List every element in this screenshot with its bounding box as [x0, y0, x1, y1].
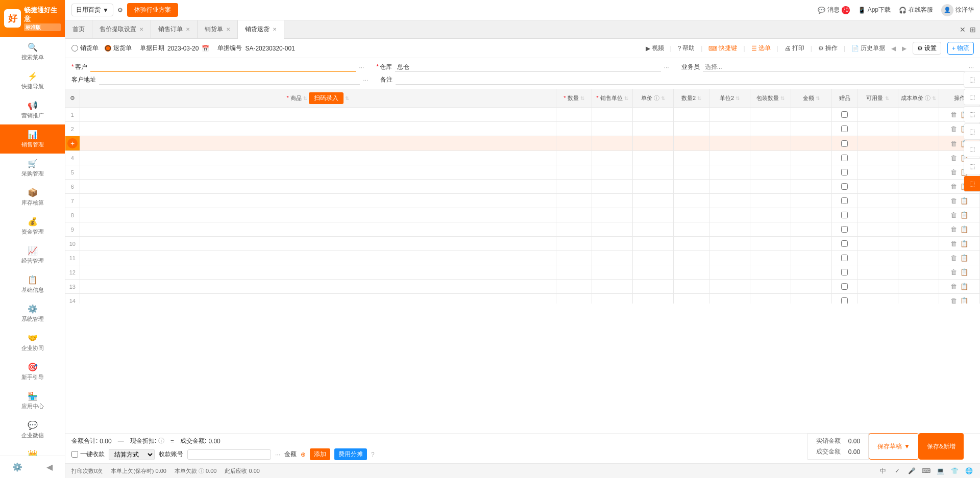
account-input[interactable]	[187, 449, 271, 460]
toolbar-history[interactable]: 📄 历史单据	[851, 44, 885, 53]
status-icon-1[interactable]: 中	[878, 466, 888, 476]
available-cell[interactable]	[857, 151, 898, 165]
cost-cell[interactable]	[898, 237, 939, 251]
unit2-cell[interactable]	[709, 237, 750, 251]
unit2-cell[interactable]	[709, 165, 750, 180]
product-cell[interactable]	[80, 122, 556, 136]
tab-sales-return[interactable]: 销货退货 ✕	[238, 20, 284, 39]
warehouse-dots[interactable]: ···	[664, 64, 669, 71]
amount-cell[interactable]	[791, 294, 832, 304]
price-cell[interactable]	[633, 208, 674, 222]
warehouse-input[interactable]	[395, 62, 661, 72]
price-cell[interactable]	[633, 294, 674, 304]
price-cell[interactable]	[633, 122, 674, 136]
gift-checkbox[interactable]	[841, 111, 848, 118]
industry-dropdown[interactable]: 日用百货 ▼	[71, 4, 113, 16]
qty-cell[interactable]	[556, 194, 592, 208]
unit-cell[interactable]	[592, 222, 633, 237]
qty-cell[interactable]	[556, 251, 592, 265]
pkg-qty-cell[interactable]	[750, 180, 791, 194]
sidebar-item-purchase[interactable]: 🛒 采购管理	[0, 154, 65, 183]
gift-cell[interactable]	[832, 222, 857, 237]
product-cell[interactable]	[80, 208, 556, 222]
unit-cell[interactable]	[592, 165, 633, 180]
unit-cell[interactable]	[592, 237, 633, 251]
settings-icon-th[interactable]: ⚙	[70, 95, 75, 101]
price-info-icon[interactable]: ⓘ	[654, 95, 659, 101]
add-row-btn[interactable]: +	[67, 138, 78, 148]
tab-sales-price[interactable]: 售价提取设置 ✕	[92, 20, 151, 39]
settings-btn[interactable]: ⚙ 设置	[913, 42, 941, 55]
tab-sales-shipment[interactable]: 销货单 ✕	[198, 20, 238, 39]
note-input[interactable]	[396, 75, 974, 85]
unit2-cell[interactable]	[709, 251, 750, 265]
qty2-cell[interactable]	[674, 151, 709, 165]
delete-row-icon[interactable]: 🗑	[950, 154, 957, 162]
sidebar-item-inventory[interactable]: 📦 库存核算	[0, 183, 65, 212]
amount-cell[interactable]	[791, 208, 832, 222]
delete-row-icon[interactable]: 🗑	[950, 268, 957, 276]
toolbar-select[interactable]: ☰ 选单	[751, 44, 771, 53]
sidebar-item-operations[interactable]: 📈 经营管理	[0, 241, 65, 270]
price-cell[interactable]	[633, 180, 674, 194]
gift-checkbox[interactable]	[841, 297, 848, 304]
unit-cell[interactable]	[592, 122, 633, 136]
available-cell[interactable]	[857, 222, 898, 237]
copy-row-icon[interactable]: 📋	[960, 240, 968, 247]
unit2-cell[interactable]	[709, 208, 750, 222]
price-cell[interactable]	[633, 265, 674, 280]
unit2-cell[interactable]	[709, 108, 750, 122]
price-cell[interactable]	[633, 108, 674, 122]
pkg-qty-cell[interactable]	[750, 151, 791, 165]
status-icon-3[interactable]: 🎤	[906, 466, 917, 476]
message-btn[interactable]: 💬 消息 70	[818, 6, 850, 14]
qty2-cell[interactable]	[674, 180, 709, 194]
copy-row-icon[interactable]: 📋	[960, 254, 968, 262]
right-action-2[interactable]: ⬚	[964, 89, 980, 105]
amount-cell[interactable]	[791, 280, 832, 294]
user-profile[interactable]: 👤 徐泽华	[941, 4, 974, 16]
toolbar-shortcut[interactable]: ⌨ 快捷键	[708, 44, 737, 53]
qty2-cell[interactable]	[674, 294, 709, 304]
cost-cell[interactable]	[898, 194, 939, 208]
available-cell[interactable]	[857, 122, 898, 136]
copy-row-icon[interactable]: 📋	[960, 197, 968, 205]
gift-checkbox[interactable]	[841, 197, 848, 204]
pkg-qty-cell[interactable]	[750, 108, 791, 122]
unit-cell[interactable]	[592, 180, 633, 194]
qty-cell[interactable]	[556, 165, 592, 180]
qty2-cell[interactable]	[674, 165, 709, 180]
qty-cell[interactable]	[556, 208, 592, 222]
gift-cell[interactable]	[832, 251, 857, 265]
copy-row-icon[interactable]: 📋	[960, 225, 968, 233]
pkg-qty-cell[interactable]	[750, 136, 791, 151]
amount-cell[interactable]	[791, 151, 832, 165]
toolbar-print[interactable]: 🖨 打印	[785, 44, 804, 53]
customer-dots[interactable]: ···	[359, 64, 364, 71]
cost-cell[interactable]	[898, 280, 939, 294]
sidebar-settings-btn[interactable]: ⚙️	[8, 460, 27, 474]
one-click-payment-checkbox[interactable]: 一键收款	[71, 450, 105, 459]
save-draft-btn[interactable]: 保存草稿 ▼	[869, 433, 919, 460]
amount-cell[interactable]	[791, 251, 832, 265]
cost-cell[interactable]	[898, 151, 939, 165]
dropdown-arrow-save[interactable]: ▼	[904, 443, 910, 450]
unit-cell[interactable]	[592, 194, 633, 208]
sidebar-item-marketing[interactable]: 📢 营销推广	[0, 95, 65, 124]
delete-row-icon[interactable]: 🗑	[950, 183, 957, 190]
qty-cell[interactable]	[556, 108, 592, 122]
unit2-cell[interactable]	[709, 294, 750, 304]
sidebar-item-wechat[interactable]: 💬 企业微信	[0, 415, 65, 444]
unit2-cell[interactable]	[709, 194, 750, 208]
single-debt-info[interactable]: ⓘ	[199, 468, 204, 474]
next-doc-icon[interactable]: ▶	[902, 45, 906, 52]
available-cell[interactable]	[857, 194, 898, 208]
qty2-cell[interactable]	[674, 251, 709, 265]
right-action-1[interactable]: ⬚	[964, 71, 980, 88]
qty2-cell[interactable]	[674, 280, 709, 294]
unit-cell[interactable]	[592, 265, 633, 280]
sidebar-item-system[interactable]: ⚙️ 系统管理	[0, 299, 65, 328]
product-cell[interactable]	[80, 294, 556, 304]
unit2-cell[interactable]	[709, 280, 750, 294]
copy-row-icon[interactable]: 📋	[960, 297, 968, 304]
